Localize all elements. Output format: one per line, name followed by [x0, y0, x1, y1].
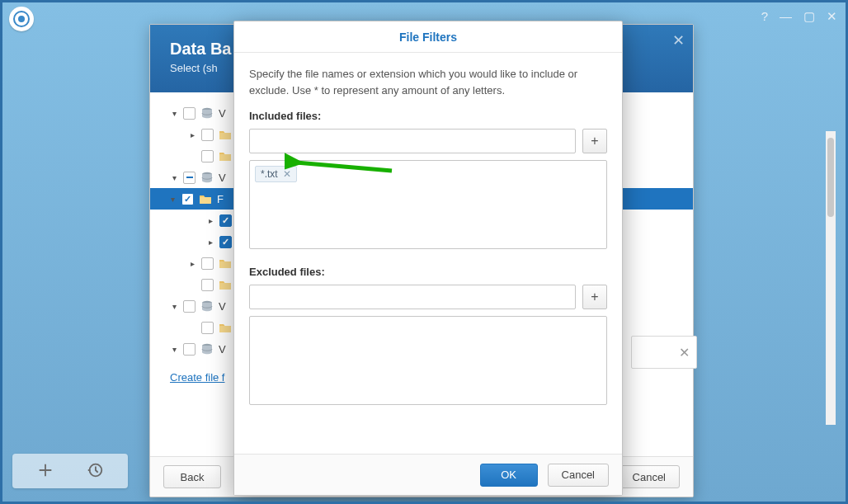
filter-tag[interactable]: *.txt✕ [255, 166, 297, 182]
folder-icon [219, 257, 232, 269]
tree-checkbox[interactable] [201, 257, 214, 270]
ok-button[interactable]: OK [480, 464, 538, 487]
dock [12, 454, 128, 488]
svg-rect-3 [219, 154, 231, 161]
file-filters-dialog: File Filters Specify the file names or e… [233, 21, 623, 496]
tree-label: V [219, 300, 226, 313]
minimize-icon[interactable]: — [780, 9, 792, 24]
dialog-description: Specify the file names or extension whic… [249, 66, 607, 98]
tree-checkbox[interactable] [183, 300, 196, 313]
tree-toggle-icon[interactable]: ▸ [188, 130, 196, 139]
tree-checkbox[interactable] [183, 107, 196, 120]
side-info-panel: ✕ [631, 336, 697, 369]
folder-icon [219, 150, 232, 162]
excluded-add-button[interactable]: + [582, 285, 607, 309]
folder-icon [219, 129, 232, 140]
excluded-files-label: Excluded files: [249, 266, 607, 278]
dialog-footer: OK Cancel [234, 454, 622, 495]
dialog-title: File Filters [234, 21, 622, 53]
excluded-files-list[interactable] [249, 316, 607, 405]
folder-icon [219, 279, 232, 290]
wizard-close-icon[interactable]: ✕ [672, 31, 685, 49]
tree-toggle-icon[interactable]: ▾ [170, 173, 178, 182]
database-icon [200, 343, 214, 355]
tree-checkbox[interactable] [219, 214, 232, 227]
tree-checkbox[interactable] [201, 150, 214, 163]
add-icon[interactable] [36, 461, 54, 482]
svg-rect-11 [219, 326, 231, 332]
folder-icon [219, 322, 232, 333]
filter-tag-text: *.txt [261, 168, 278, 180]
included-files-list[interactable]: *.txt✕ [249, 160, 607, 249]
tree-toggle-icon[interactable]: ▸ [206, 238, 214, 247]
scrollbar-thumb[interactable] [827, 138, 834, 217]
wizard-scrollbar[interactable] [826, 131, 836, 425]
svg-rect-5 [200, 197, 211, 204]
included-add-button[interactable]: + [582, 129, 607, 153]
tree-toggle-icon[interactable]: ▾ [170, 345, 178, 354]
window-control-cluster: ? — ▢ ✕ [761, 9, 837, 24]
close-icon[interactable]: ✕ [827, 9, 837, 24]
tree-checkbox[interactable] [201, 322, 214, 334]
tree-checkbox[interactable] [183, 172, 196, 184]
svg-rect-9 [219, 283, 231, 290]
synology-logo[interactable] [9, 7, 34, 31]
remove-tag-icon[interactable]: ✕ [283, 168, 291, 180]
tree-checkbox[interactable] [201, 279, 214, 291]
wizard-cancel-button[interactable]: Cancel [619, 465, 680, 488]
included-files-label: Included files: [249, 110, 607, 122]
history-icon[interactable] [86, 461, 104, 482]
dialog-cancel-button[interactable]: Cancel [548, 464, 609, 487]
tree-checkbox[interactable] [181, 193, 194, 205]
included-files-input[interactable] [249, 129, 576, 153]
folder-icon [199, 193, 212, 205]
maximize-icon[interactable]: ▢ [803, 9, 815, 24]
excluded-files-input[interactable] [249, 285, 576, 309]
tree-toggle-icon[interactable]: ▸ [206, 216, 214, 225]
tree-checkbox[interactable] [201, 129, 214, 141]
tree-label: F [217, 193, 224, 205]
create-file-filters-link[interactable]: Create file f [170, 371, 224, 384]
info-panel-close-icon[interactable]: ✕ [679, 345, 690, 360]
tree-label: V [219, 343, 226, 356]
tree-checkbox[interactable] [183, 343, 196, 356]
tree-toggle-icon[interactable]: ▾ [168, 195, 177, 204]
database-icon [200, 107, 214, 119]
back-button[interactable]: Back [163, 465, 221, 488]
tree-toggle-icon[interactable]: ▸ [188, 259, 196, 268]
svg-rect-2 [219, 133, 231, 139]
database-icon [200, 172, 214, 183]
tree-label: V [219, 107, 226, 120]
tree-toggle-icon[interactable]: ▾ [170, 302, 178, 311]
help-icon[interactable]: ? [761, 9, 768, 24]
tree-label: V [219, 172, 226, 184]
tree-toggle-icon[interactable]: ▾ [170, 109, 178, 118]
svg-rect-8 [219, 261, 231, 268]
tree-checkbox[interactable] [219, 236, 232, 248]
database-icon [200, 300, 214, 312]
